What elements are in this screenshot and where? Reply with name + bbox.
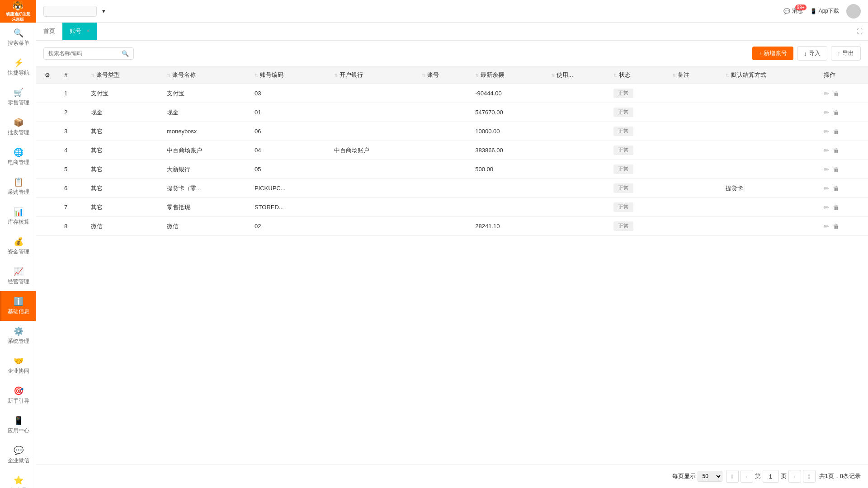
- col-bank[interactable]: ⇅开户银行: [329, 66, 416, 84]
- sidebar-item-sys-mgmt[interactable]: ⚙️系统管理: [0, 321, 36, 351]
- edit-button-4[interactable]: ✏: [824, 166, 829, 173]
- sidebar-item-ops-mgmt[interactable]: 📈经营管理: [0, 261, 36, 291]
- export-button[interactable]: ↑ 导出: [831, 46, 861, 61]
- edit-button-2[interactable]: ✏: [824, 128, 829, 135]
- header-dropdown[interactable]: ▾: [102, 8, 105, 14]
- cell-type-5: 其它: [85, 179, 161, 198]
- delete-button-5[interactable]: 🗑: [833, 185, 839, 192]
- search-icon[interactable]: 🔍: [122, 50, 129, 57]
- sidebar-item-inventory[interactable]: 📊库存核算: [0, 202, 36, 231]
- sidebar-icon-app-center: 📱: [14, 416, 24, 426]
- search-wrap[interactable]: 🔍: [43, 47, 134, 60]
- header-search[interactable]: [43, 6, 97, 17]
- pagination: 每页显示 50 10 20 100 ⟪ ‹ 第 页 › ⟫ 共1页，8条记录: [36, 464, 868, 488]
- table-row: 4 其它 中百商场账户 04 中百商场账户 383866.00 正常 ✏ 🗑: [36, 141, 868, 160]
- cell-default-settle-2: [720, 122, 818, 141]
- table-row: 7 其它 零售抵现 STORED... 正常 ✏ 🗑: [36, 198, 868, 217]
- delete-button-1[interactable]: 🗑: [833, 109, 839, 116]
- edit-button-0[interactable]: ✏: [824, 90, 829, 97]
- col-settings[interactable]: ⚙: [36, 66, 59, 84]
- col-status[interactable]: ⇅状态: [608, 66, 666, 84]
- edit-button-3[interactable]: ✏: [824, 147, 829, 154]
- app-download-button[interactable]: 📱 App下载: [810, 7, 839, 15]
- sidebar-item-retail-mgmt[interactable]: 🛒零售管理: [0, 82, 36, 112]
- delete-button-6[interactable]: 🗑: [833, 204, 839, 211]
- cell-account-3: [416, 141, 470, 160]
- status-badge-5: 正常: [613, 183, 633, 193]
- sidebar-item-quick-nav[interactable]: ⚡快捷导航: [0, 52, 36, 82]
- sort-arrows-usage: ⇅: [551, 73, 555, 78]
- sidebar-item-enterprise-collab[interactable]: 🤝企业协同: [0, 351, 36, 380]
- col-action: 操作: [818, 66, 868, 84]
- sidebar-item-basic-info[interactable]: ℹ️基础信息: [0, 291, 36, 321]
- col-type[interactable]: ⇅账号类型: [85, 66, 161, 84]
- edit-button-5[interactable]: ✏: [824, 185, 829, 192]
- cell-no-4: 5: [59, 160, 85, 179]
- col-default-settle[interactable]: ⇅默认结算方式: [720, 66, 818, 84]
- cell-account-5: [416, 179, 470, 198]
- sidebar-label-basic-info: 基础信息: [8, 308, 29, 315]
- cell-default-settle-3: [720, 141, 818, 160]
- sidebar-item-search-menu[interactable]: 🔍搜索菜单: [0, 23, 36, 52]
- next-page-button[interactable]: ›: [788, 470, 801, 483]
- col-name[interactable]: ⇅账号名称: [161, 66, 249, 84]
- col-account[interactable]: ⇅账号: [416, 66, 470, 84]
- cell-name-3: 中百商场账户: [161, 141, 249, 160]
- status-badge-1: 正常: [613, 108, 633, 117]
- page-input[interactable]: [763, 470, 779, 483]
- import-button[interactable]: ↓ 导入: [797, 46, 827, 61]
- per-page-dropdown[interactable]: 50 10 20 100: [698, 471, 722, 482]
- tab-close-accounts[interactable]: ✕: [86, 28, 90, 34]
- sidebar-icon-inventory: 📊: [14, 207, 24, 217]
- page-size-select: 每页显示 50 10 20 100: [672, 471, 722, 482]
- delete-button-0[interactable]: 🗑: [833, 90, 839, 97]
- per-page-label: 每页显示: [672, 472, 696, 480]
- cell-no-0: 1: [59, 84, 85, 103]
- sidebar-item-purchase-mgmt[interactable]: 📋采购管理: [0, 172, 36, 202]
- delete-button-7[interactable]: 🗑: [833, 223, 839, 230]
- first-page-button[interactable]: ⟪: [726, 470, 739, 483]
- search-input[interactable]: [48, 50, 122, 56]
- table-row: 2 现金 现金 01 547670.00 正常 ✏ 🗑: [36, 103, 868, 122]
- sidebar-item-enterprise-wechat[interactable]: 💬企业微信: [0, 440, 36, 470]
- delete-button-3[interactable]: 🗑: [833, 147, 839, 154]
- prev-page-button[interactable]: ‹: [741, 470, 753, 483]
- col-code[interactable]: ⇅账号编码: [249, 66, 329, 84]
- tab-maximize-button[interactable]: ⛶: [851, 23, 868, 40]
- tab-home[interactable]: 首页: [36, 23, 62, 40]
- page-label: 第: [755, 472, 761, 480]
- message-button[interactable]: 💬 消息 99+: [783, 7, 803, 15]
- cell-action-2: ✏ 🗑: [818, 122, 868, 141]
- cell-remark-5: [667, 179, 720, 198]
- last-page-button[interactable]: ⟫: [803, 470, 816, 483]
- sidebar-item-wholesale-mgmt[interactable]: 📦批发管理: [0, 112, 36, 142]
- col-remark[interactable]: ⇅备注: [667, 66, 720, 84]
- tab-accounts[interactable]: 账号✕: [62, 23, 97, 40]
- user-avatar[interactable]: [846, 4, 861, 19]
- cell-no-5: 6: [59, 179, 85, 198]
- col-usage[interactable]: ⇅使用...: [546, 66, 609, 84]
- edit-button-7[interactable]: ✏: [824, 223, 829, 230]
- delete-button-4[interactable]: 🗑: [833, 166, 839, 173]
- page-nav: ⟪ ‹ 第 页 › ⟫: [726, 470, 816, 483]
- edit-button-1[interactable]: ✏: [824, 109, 829, 116]
- delete-button-2[interactable]: 🗑: [833, 128, 839, 135]
- sidebar-item-new-guide[interactable]: 🎯新手引导: [0, 380, 36, 410]
- edit-button-6[interactable]: ✏: [824, 204, 829, 211]
- sort-arrows-settle: ⇅: [726, 73, 729, 78]
- sidebar-item-vip-member[interactable]: ⭐畅会员: [0, 470, 36, 488]
- cell-no-6: 7: [59, 198, 85, 217]
- sidebar-label-wholesale-mgmt: 批发管理: [8, 129, 29, 136]
- sidebar-item-finance-mgmt[interactable]: 💰资金管理: [0, 231, 36, 261]
- cell-no-2: 3: [59, 122, 85, 141]
- new-account-button[interactable]: + 新增账号: [752, 47, 793, 60]
- sidebar-icon-finance-mgmt: 💰: [14, 237, 24, 247]
- header-search-input[interactable]: [47, 8, 93, 14]
- cell-name-7: 微信: [161, 217, 249, 236]
- cell-action-6: ✏ 🗑: [818, 198, 868, 217]
- sidebar-item-app-center[interactable]: 📱应用中心: [0, 410, 36, 440]
- col-balance[interactable]: ⇅最新余额: [470, 66, 545, 84]
- cell-code-1: 01: [249, 103, 329, 122]
- sidebar-item-ecom-mgmt[interactable]: 🌐电商管理: [0, 142, 36, 172]
- cell-no-3: 4: [59, 141, 85, 160]
